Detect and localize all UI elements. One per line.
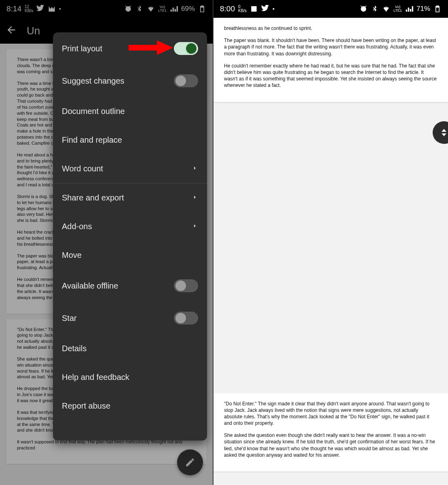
menu-label: Details [62,344,87,353]
signal-icon [405,5,413,13]
twitter-icon [261,5,269,13]
scroll-down-icon [442,133,446,136]
paragraph: The paper was blank. It shouldn't have b… [224,37,437,57]
chevron-right-icon [192,222,198,231]
menu-document-outline[interactable]: Document outline [53,97,207,126]
screen-right: 8:00 0KB/s • Vo)LTE1 71% breathlessness … [213,0,448,485]
paragraph: She asked the question even though she d… [224,432,437,458]
menu-find-replace[interactable]: Find and replace [53,126,207,154]
menu-label: Report abuse [62,401,110,411]
menu-share-export[interactable]: Share and export [53,183,207,212]
menu-label: Help and feedback [62,373,129,382]
battery-percent: 71% [416,5,430,13]
status-speed: 0KB/s [238,5,247,13]
doc-page-top: breathlessness as he continued to sprint… [213,18,448,102]
menu-available-offline[interactable]: Available offline [53,270,207,302]
chevron-right-icon [192,193,198,202]
menu-label: Print layout [62,44,102,53]
toggle-star[interactable] [174,312,198,325]
battery-icon [433,5,442,13]
image-icon [250,5,258,13]
wifi-icon [382,5,390,13]
screen-left: 8:14 12KB/s • Vo)LTE1 69% Un There wasn'… [0,0,213,485]
menu-label: Find and replace [62,135,122,145]
menu-label: Document outline [62,107,125,116]
menu-label: Available offline [62,281,118,291]
menu-details[interactable]: Details [53,334,207,363]
menu-move[interactable]: Move [53,241,207,270]
bluetooth-icon [371,5,379,13]
toggle-suggest[interactable] [174,74,198,87]
overflow-menu: Print layout Suggest changes Document ou… [53,32,207,441]
alarm-icon [359,5,368,13]
paragraph: He couldn't remember exactly where he ha… [224,63,437,89]
doc-page-bottom: "Do Not Enter." The sign made it clear t… [213,393,448,472]
menu-label: Move [62,251,82,260]
menu-label: Star [62,314,77,323]
menu-word-count[interactable]: Word count [53,154,207,183]
status-bar-right: 8:00 0KB/s • Vo)LTE1 71% [213,0,448,18]
menu-addons[interactable]: Add-ons [53,212,207,241]
paragraph: breathlessness as he continued to sprint… [224,25,437,32]
lte-icon: Vo)LTE1 [393,5,402,13]
menu-help-feedback[interactable]: Help and feedback [53,363,207,392]
paragraph: "Do Not Enter." The sign made it clear t… [224,401,437,427]
menu-star[interactable]: Star [53,302,207,334]
document-surface-right[interactable]: breathlessness as he continued to sprint… [213,18,448,485]
menu-print-layout[interactable]: Print layout [53,32,207,65]
menu-report-abuse[interactable]: Report abuse [53,392,207,420]
toggle-offline[interactable] [174,279,198,292]
dot-icon: • [273,6,275,12]
scroll-up-icon [442,129,446,132]
menu-label: Word count [62,164,103,173]
status-time: 8:00 [220,4,235,13]
menu-suggest-changes[interactable]: Suggest changes [53,65,207,97]
menu-label: Suggest changes [62,76,125,86]
toggle-print-layout[interactable] [174,42,198,55]
menu-label: Share and export [62,193,124,202]
chevron-right-icon [192,164,198,173]
menu-label: Add-ons [62,222,92,231]
